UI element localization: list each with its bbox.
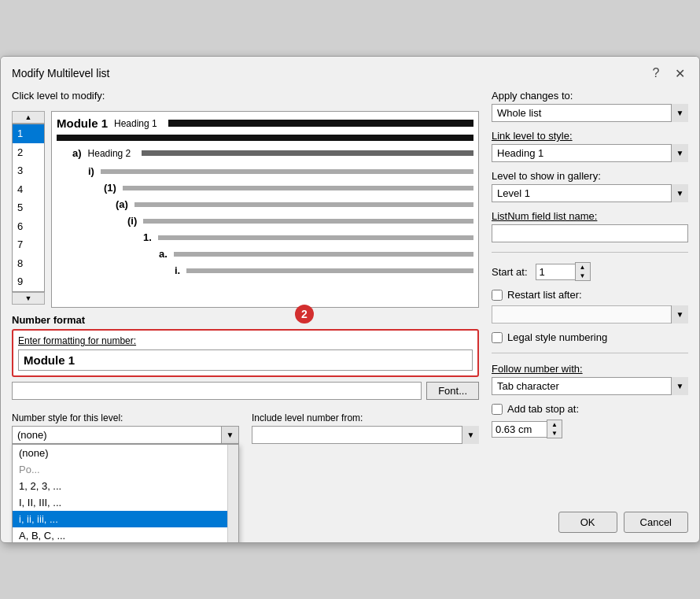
- popup-item-alpha-upper[interactable]: A, B, C, ...: [13, 527, 227, 543]
- start-at-row: Start at: ▲ ▼: [492, 262, 688, 281]
- preview-box: Module 1 Heading 1 a) Heading 2: [51, 111, 479, 308]
- listnum-label: ListNum field list name:: [492, 210, 688, 222]
- ok-button[interactable]: OK: [558, 512, 617, 533]
- level-item-1[interactable]: 1: [13, 124, 44, 143]
- popup-scrollbar[interactable]: [227, 445, 238, 543]
- listnum-input[interactable]: [492, 224, 688, 242]
- gallery-field: Level to show in gallery: Level 1 ▼: [492, 170, 688, 202]
- start-at-spin-down[interactable]: ▼: [576, 272, 590, 280]
- link-level-field: Link level to style: Heading 1 ▼: [492, 130, 688, 162]
- level-item-8[interactable]: 8: [13, 254, 44, 273]
- popup-item-po[interactable]: Po...: [13, 461, 227, 478]
- font-text-input[interactable]: [12, 382, 422, 400]
- preview-line-1: [168, 120, 473, 127]
- include-level-select[interactable]: [252, 426, 479, 444]
- number-style-col: Number style for this level: (none) ▼ (n…: [12, 412, 239, 444]
- modify-multilevel-dialog: Modify Multilevel list ? ✕ Click level t…: [0, 56, 700, 543]
- preview-line-3: [142, 150, 473, 156]
- preview-line-10: [186, 268, 473, 273]
- start-at-field: Start at: ▲ ▼: [492, 262, 688, 281]
- preview-label-4: i): [88, 165, 94, 177]
- number-style-arrow[interactable]: ▼: [221, 427, 238, 443]
- number-style-closed[interactable]: (none) ▼: [12, 426, 239, 444]
- level-item-9[interactable]: 9: [13, 272, 44, 291]
- close-button[interactable]: ✕: [671, 65, 688, 82]
- cancel-button[interactable]: Cancel: [624, 512, 688, 533]
- add-tab-checkbox[interactable]: [492, 404, 503, 415]
- preview-line-7: [143, 219, 473, 224]
- start-at-spin-up[interactable]: ▲: [576, 263, 590, 272]
- restart-checkbox-row: Restart list after:: [492, 289, 688, 301]
- restart-field: Restart list after: ▼: [492, 289, 688, 324]
- font-row: Font...: [12, 382, 479, 400]
- click-level-label: Click level to modify:: [12, 90, 479, 102]
- link-level-select[interactable]: Heading 1: [492, 144, 688, 162]
- preview-line-4: [101, 169, 473, 174]
- preview-row-3: a) Heading 2: [72, 147, 473, 159]
- preview-row-9: a.: [159, 248, 473, 260]
- legal-checkbox[interactable]: [492, 332, 503, 343]
- preview-row-5: (1): [104, 182, 473, 194]
- start-at-spinner: ▲ ▼: [536, 262, 591, 281]
- level-item-5[interactable]: 5: [13, 198, 44, 217]
- follow-label: Follow number with:: [492, 363, 688, 375]
- dialog-title: Modify Multilevel list: [12, 67, 109, 79]
- preview-row-1: Module 1 Heading 1: [57, 116, 473, 130]
- restart-select[interactable]: [492, 305, 688, 324]
- follow-number-field: Follow number with: Tab character ▼: [492, 363, 688, 395]
- add-tab-label: Add tab stop at:: [507, 403, 579, 415]
- preview-label-10: i.: [175, 264, 180, 276]
- gallery-label: Level to show in gallery:: [492, 170, 688, 182]
- popup-item-123[interactable]: 1, 2, 3, ...: [13, 478, 227, 494]
- popup-item-none[interactable]: (none): [13, 445, 227, 461]
- popup-item-roman-upper[interactable]: I, II, III, ...: [13, 494, 227, 511]
- gallery-select[interactable]: Level 1: [492, 184, 688, 202]
- preview-label-5: (1): [104, 182, 116, 194]
- divider-1: [492, 252, 688, 253]
- add-tab-input[interactable]: [492, 421, 547, 438]
- level-item-6[interactable]: 6: [13, 217, 44, 236]
- preview-label-6: (a): [116, 198, 128, 210]
- dialog-body: Click level to modify: ▲ 1 2 3 4 5 6 7 8: [1, 87, 699, 505]
- number-style-value: (none): [13, 427, 221, 443]
- number-format-section: 2 Number format Enter formatting for num…: [12, 314, 479, 406]
- level-list: 1 2 3 4 5 6 7 8 9: [12, 124, 45, 292]
- start-at-label: Start at:: [492, 266, 528, 278]
- apply-changes-field: Apply changes to: Whole list ▼: [492, 90, 688, 122]
- preview-line-8: [158, 235, 473, 240]
- follow-select[interactable]: Tab character: [492, 377, 688, 395]
- number-style-label: Number style for this level:: [12, 412, 239, 423]
- include-level-dropdown: ▼: [252, 426, 479, 444]
- add-tab-field: Add tab stop at: ▲ ▼: [492, 403, 688, 438]
- preview-line-2: [57, 135, 473, 141]
- restart-checkbox[interactable]: [492, 290, 503, 301]
- font-button[interactable]: Font...: [426, 382, 479, 400]
- popup-item-roman-lower[interactable]: i, ii, iii, ...: [13, 511, 227, 527]
- number-format-box: Enter formatting for number:: [12, 329, 479, 377]
- help-button[interactable]: ?: [647, 65, 665, 82]
- level-item-2[interactable]: 2: [13, 143, 44, 162]
- style-row: Number style for this level: (none) ▼ (n…: [12, 412, 479, 444]
- add-tab-spinner: ▲ ▼: [492, 420, 688, 438]
- preview-line-9: [174, 252, 473, 257]
- restart-dropdown: ▼: [492, 305, 688, 324]
- preview-label-9: a.: [159, 248, 168, 260]
- add-tab-checkbox-row: Add tab stop at:: [492, 403, 688, 415]
- level-scroll-down[interactable]: ▼: [12, 292, 45, 305]
- left-panel: Click level to modify: ▲ 1 2 3 4 5 6 7 8: [12, 90, 479, 494]
- apply-changes-select[interactable]: Whole list: [492, 104, 688, 122]
- level-item-3[interactable]: 3: [13, 161, 44, 180]
- level-item-7[interactable]: 7: [13, 235, 44, 254]
- format-input[interactable]: [18, 349, 473, 371]
- level-scroll-up[interactable]: ▲: [12, 111, 45, 124]
- apply-changes-dropdown: Whole list ▼: [492, 104, 688, 122]
- add-tab-spin-down[interactable]: ▼: [547, 429, 562, 438]
- add-tab-spin-up[interactable]: ▲: [547, 420, 562, 429]
- follow-dropdown: Tab character ▼: [492, 377, 688, 395]
- start-at-input[interactable]: [536, 264, 575, 280]
- level-item-4[interactable]: 4: [13, 180, 44, 199]
- preview-line-5: [123, 186, 473, 190]
- preview-row-10: i.: [175, 264, 473, 276]
- preview-row-2: [57, 135, 473, 141]
- number-style-dropdown: (none) ▼ (none) Po... 1, 2, 3, ... I, II…: [12, 426, 239, 444]
